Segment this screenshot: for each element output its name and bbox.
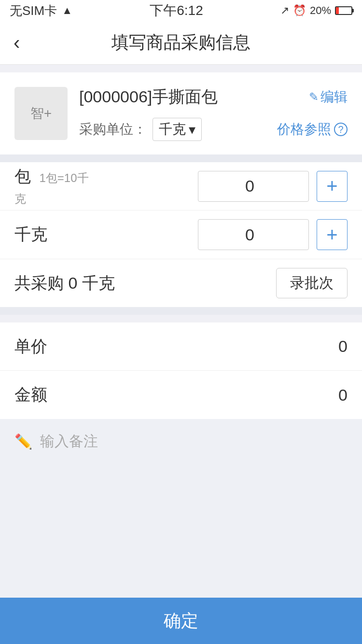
remark-section[interactable]: ✏️ 输入备注 (0, 419, 362, 464)
edit-label: 编辑 (320, 88, 348, 106)
remark-placeholder: 输入备注 (40, 432, 98, 451)
divider-2 (0, 307, 362, 315)
product-name-row: [0000006]手撕面包 ✎ 编辑 (79, 86, 348, 108)
bao-input-row: 包 1包=10千克 + (0, 162, 362, 210)
summary-row: 共采购 0 千克 录批次 (0, 259, 362, 307)
status-right: ↗ ⏰ 20% (280, 4, 352, 17)
unit-price-label: 单价 (14, 336, 47, 358)
product-logo-text: 智+ (30, 104, 52, 123)
product-image: 智+ (14, 87, 68, 140)
product-info: [0000006]手撕面包 ✎ 编辑 采购单位： 千克 ▾ 价格参照 ? (79, 86, 348, 141)
confirm-button[interactable]: 确定 (0, 598, 362, 644)
plus-icon-2: + (326, 224, 337, 246)
price-section: 单价 0 金额 0 (0, 322, 362, 419)
kg-label: 千克 (14, 224, 92, 246)
kg-input-right: + (92, 219, 348, 250)
bao-input-right: + (92, 171, 348, 202)
battery-icon (335, 6, 352, 15)
status-left: 无SIM卡 ▲ (10, 2, 72, 19)
bao-label: 包 1包=10千克 (14, 166, 92, 207)
edit-icon: ✎ (309, 90, 319, 104)
info-icon: ? (334, 123, 348, 136)
alarm-icon: ⏰ (293, 4, 306, 17)
kg-plus-button[interactable]: + (317, 219, 348, 250)
amount-label: 金额 (14, 384, 47, 406)
unit-selector-area: 采购单位： 千克 ▾ (79, 118, 202, 141)
back-button[interactable]: ‹ (14, 32, 20, 54)
unit-row: 采购单位： 千克 ▾ 价格参照 ? (79, 118, 348, 141)
unit-label: 采购单位： (79, 120, 147, 139)
page-title: 填写商品采购信息 (111, 31, 251, 55)
unit-price-row: 单价 0 (0, 322, 362, 371)
bao-plus-button[interactable]: + (317, 171, 348, 202)
unit-price-value: 0 (338, 337, 348, 356)
product-name: [0000006]手撕面包 (79, 86, 218, 108)
carrier-label: 无SIM卡 (10, 2, 57, 19)
edit-button[interactable]: ✎ 编辑 (309, 88, 348, 106)
location-icon: ↗ (280, 4, 289, 17)
unit-value: 千克 (159, 120, 186, 139)
summary-text: 共采购 0 千克 (14, 272, 115, 294)
amount-value: 0 (338, 386, 348, 405)
status-bar: 无SIM卡 ▲ 下午6:12 ↗ ⏰ 20% (0, 0, 362, 21)
pencil-icon: ✏️ (14, 433, 32, 450)
status-time: 下午6:12 (150, 1, 203, 20)
unit-select[interactable]: 千克 ▾ (153, 118, 202, 141)
bao-quantity-input[interactable] (198, 171, 309, 202)
nav-bar: ‹ 填写商品采购信息 (0, 21, 362, 65)
empty-content-area (0, 464, 362, 618)
quantity-input-section: 包 1包=10千克 + 千克 + (0, 162, 362, 259)
price-ref-label: 价格参照 (277, 120, 331, 139)
price-ref-button[interactable]: 价格参照 ? (277, 120, 348, 139)
divider-1 (0, 154, 362, 162)
battery-fill (336, 7, 339, 14)
plus-icon: + (326, 175, 337, 197)
product-card: 智+ [0000006]手撕面包 ✎ 编辑 采购单位： 千克 ▾ 价格参照 ? (0, 72, 362, 154)
battery-percent: 20% (310, 4, 331, 17)
amount-row: 金额 0 (0, 371, 362, 419)
batch-button[interactable]: 录批次 (276, 268, 348, 298)
wifi-icon: ▲ (62, 4, 72, 17)
kg-quantity-input[interactable] (198, 219, 309, 250)
chevron-down-icon: ▾ (189, 122, 195, 138)
kg-input-row: 千克 + (0, 210, 362, 259)
